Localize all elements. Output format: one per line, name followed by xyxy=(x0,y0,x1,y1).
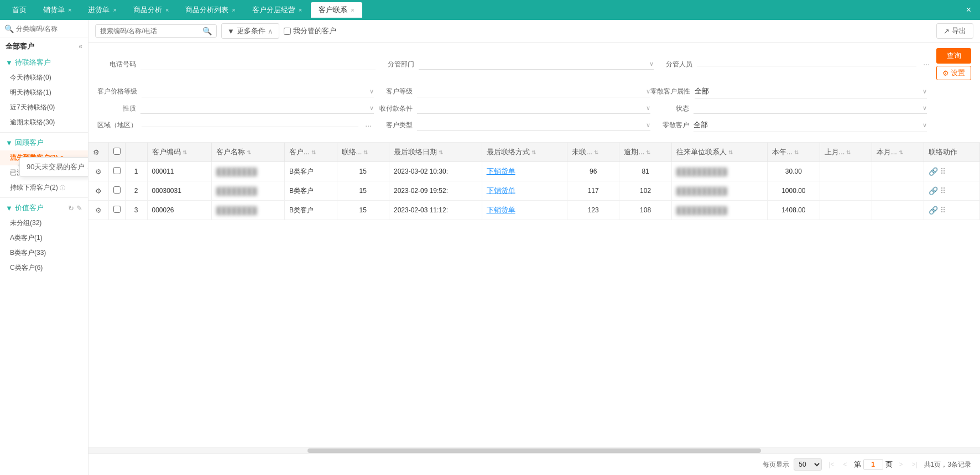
row-checkbox-cell[interactable] xyxy=(108,201,125,220)
first-page-btn[interactable]: |< xyxy=(826,460,836,469)
section-review[interactable]: ▼ 回顾客户 xyxy=(0,135,88,150)
row-checkbox-cell[interactable] xyxy=(108,181,125,201)
region-label: 区域（地区） xyxy=(97,121,137,130)
h-scrollbar-thumb[interactable] xyxy=(307,448,761,453)
tab-analysis[interactable]: 商品分析 × xyxy=(126,2,176,18)
th-name[interactable]: 客户名称 ⇅ xyxy=(212,143,285,162)
close-all-tabs[interactable]: × xyxy=(962,3,976,17)
th-last-month[interactable]: 上月... ⇅ xyxy=(820,143,872,162)
row-action-gear[interactable]: ⚙ xyxy=(88,162,108,181)
tab-purchase[interactable]: 进货单 × xyxy=(80,2,124,18)
row-checkbox[interactable] xyxy=(113,186,121,194)
zero-attr-select[interactable]: 全部 ∨ xyxy=(695,85,927,98)
h-scrollbar[interactable] xyxy=(88,447,980,453)
tab-sales[interactable]: 销货单 × xyxy=(35,2,79,18)
th-this-month[interactable]: 本月... ⇅ xyxy=(872,143,924,162)
tab-analysis-list[interactable]: 商品分析列表 × xyxy=(178,2,243,18)
last-page-btn[interactable]: >| xyxy=(910,460,920,469)
row-checkbox-cell[interactable] xyxy=(108,162,125,181)
th-contacts-label: 联络... xyxy=(342,147,362,157)
select-all-checkbox[interactable] xyxy=(113,148,121,155)
tab-close-customer-contact[interactable]: × xyxy=(351,7,354,13)
tab-home[interactable]: 首页 xyxy=(4,2,34,18)
person-dots-icon[interactable]: ··· xyxy=(921,60,932,69)
more-conditions-btn[interactable]: ▼ 更多条件 ∧ xyxy=(221,23,279,39)
edit-icon[interactable]: ✎ xyxy=(76,204,82,212)
region-select[interactable] xyxy=(142,123,358,127)
query-btn[interactable]: 查询 xyxy=(936,48,971,64)
th-last-date[interactable]: 最后联络日期 ⇅ xyxy=(389,143,482,162)
th-code[interactable]: 客户编码 ⇅ xyxy=(147,143,212,162)
search-input[interactable] xyxy=(100,27,200,35)
payment-select[interactable]: ∨ xyxy=(417,103,650,114)
th-overdue[interactable]: 逾期... ⇅ xyxy=(619,143,671,162)
tab-close-analysis-list[interactable]: × xyxy=(232,7,235,13)
section-value[interactable]: ▼ 价值客户 ↻ ✎ xyxy=(0,200,88,216)
region-dots-icon[interactable]: ··· xyxy=(363,121,374,130)
th-last-method[interactable]: 最后联络方式 ⇅ xyxy=(482,143,567,162)
customer-grade-arrow: ∨ xyxy=(646,88,650,95)
my-customers-checkbox-container[interactable]: 我分管的客户 xyxy=(284,26,336,36)
row-link-icon[interactable]: 🔗 xyxy=(929,186,938,195)
th-contact-person[interactable]: 往来单位联系人 ⇅ xyxy=(671,143,767,162)
sidebar-item-7days[interactable]: 近7天待联络(0) xyxy=(0,100,88,115)
my-customers-checkbox[interactable] xyxy=(284,28,291,35)
th-this-year[interactable]: 本年... ⇅ xyxy=(768,143,820,162)
row-menu-icon[interactable]: ⠿ xyxy=(940,186,946,195)
dept-select[interactable]: ∨ xyxy=(419,59,654,70)
tab-close-purchase[interactable]: × xyxy=(113,7,116,13)
zero-customer-select[interactable]: 全部 ∨ xyxy=(694,118,927,132)
tab-close-sales[interactable]: × xyxy=(68,7,71,13)
row-link-icon[interactable]: 🔗 xyxy=(929,167,938,176)
person-select[interactable] xyxy=(697,62,916,66)
phone-input[interactable] xyxy=(140,59,376,70)
sidebar-search-input[interactable] xyxy=(16,25,88,33)
row-link-icon[interactable]: 🔗 xyxy=(929,206,938,215)
sidebar-item-c-class[interactable]: C类客户(6) xyxy=(0,260,88,275)
customer-type-select[interactable]: ∨ xyxy=(417,120,650,131)
th-type[interactable]: 客户... ⇅ xyxy=(285,143,337,162)
filter-customer-grade: 客户等级 ∨ xyxy=(374,86,650,97)
row-last-method[interactable]: 下销货单 xyxy=(482,181,567,201)
price-grade-select[interactable]: ∨ xyxy=(142,86,374,97)
row-contact-person: ██████████ xyxy=(671,201,767,220)
sidebar-item-overdue[interactable]: 逾期未联络(30) xyxy=(0,115,88,130)
sidebar-all-customers-header[interactable]: 全部客户 « xyxy=(0,38,88,55)
page-input[interactable] xyxy=(863,459,883,470)
settings-btn[interactable]: ⚙ 设置 xyxy=(936,66,971,80)
tab-customer-tier[interactable]: 客户分层经营 × xyxy=(244,2,310,18)
tab-close-customer-tier[interactable]: × xyxy=(299,7,302,13)
sidebar-item-b-class[interactable]: B类客户(33) xyxy=(0,246,88,260)
status-select[interactable]: ∨ xyxy=(694,103,927,114)
prev-page-btn[interactable]: < xyxy=(841,460,849,469)
sidebar-item-declining[interactable]: 持续下滑客户(2) ⓘ xyxy=(0,180,88,195)
th-contacts[interactable]: 联络... ⇅ xyxy=(337,143,389,162)
search-icon[interactable]: 🔍 xyxy=(202,27,212,35)
tab-close-analysis[interactable]: × xyxy=(165,7,169,13)
export-btn[interactable]: ↗ 导出 xyxy=(936,23,973,39)
sidebar-item-ungroup[interactable]: 未分组(32) xyxy=(0,216,88,231)
row-last-method[interactable]: 下销货单 xyxy=(482,162,567,181)
filter-icon: ▼ xyxy=(227,27,234,35)
row-action-gear[interactable]: ⚙ xyxy=(88,201,108,220)
row-last-method[interactable]: 下销货单 xyxy=(482,201,567,220)
th-type-label: 客户... xyxy=(289,147,310,157)
customer-grade-select[interactable]: ∨ xyxy=(417,86,650,97)
row-checkbox[interactable] xyxy=(113,167,121,174)
th-no-contact[interactable]: 未联... ⇅ xyxy=(567,143,619,162)
row-action-gear[interactable]: ⚙ xyxy=(88,181,108,201)
tab-customer-contact[interactable]: 客户联系 × xyxy=(311,2,362,18)
gear-settings-icon[interactable]: ⚙ xyxy=(93,148,100,156)
per-page-select[interactable]: 50 100 200 xyxy=(794,458,822,471)
sidebar-item-tomorrow[interactable]: 明天待联络(1) xyxy=(0,85,88,100)
gender-select[interactable]: ∨ xyxy=(140,103,374,114)
next-page-btn[interactable]: > xyxy=(897,460,905,469)
sidebar-item-today[interactable]: 今天待联络(0) xyxy=(0,70,88,85)
refresh-icon[interactable]: ↻ xyxy=(68,204,74,212)
row-checkbox[interactable] xyxy=(113,206,121,213)
section-pending[interactable]: ▼ 待联络客户 xyxy=(0,55,88,70)
sidebar-collapse-btn[interactable]: « xyxy=(79,43,82,50)
sidebar-item-a-class[interactable]: A类客户(1) xyxy=(0,231,88,246)
row-menu-icon[interactable]: ⠿ xyxy=(940,206,946,215)
row-menu-icon[interactable]: ⠿ xyxy=(940,167,946,176)
